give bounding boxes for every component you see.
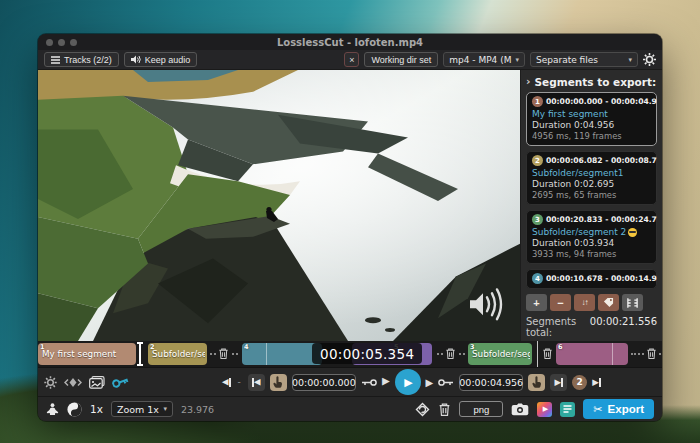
gap-trash-icon[interactable]: [646, 347, 657, 360]
segment-badge: 3: [532, 214, 543, 225]
hand-up-icon: [532, 376, 542, 388]
prev-segment-button[interactable]: ▶: [248, 374, 265, 391]
segment-name-link[interactable]: Subfolder/segment 2: [532, 227, 651, 237]
timeline-segment-2[interactable]: 2 Subfolder/se: [148, 343, 207, 365]
bottom-bar: 1x Zoom 1x ▾ 23.976 png ▶ ✂ Export: [38, 396, 662, 421]
thumbnails-icon[interactable]: [89, 376, 105, 389]
scissors-icon: ✂: [593, 403, 602, 416]
current-segment-badge[interactable]: 2: [572, 375, 587, 390]
advanced-mode-icon[interactable]: [46, 403, 59, 416]
chevron-down-icon: ▾: [515, 56, 519, 64]
collapse-sidebar-icon[interactable]: ›: [526, 75, 531, 88]
jump-end-button[interactable]: ▶: [592, 378, 601, 387]
segment-card-3[interactable]: 3 00:00:20.833 - 00:00:24.767 Subfolder/…: [526, 210, 657, 264]
key-right-icon[interactable]: [438, 378, 454, 387]
segment-card-1[interactable]: 1 00:00:00.000 - 00:00:04.956 My first s…: [526, 92, 657, 146]
gap-trash-icon[interactable]: [445, 347, 456, 360]
capture-format-button[interactable]: png: [459, 401, 503, 417]
gap-dots: [459, 353, 465, 355]
sunglasses-emoji: [628, 228, 637, 237]
cut-end-time-input[interactable]: 00:00:04.956: [459, 374, 523, 391]
timeline-segment-1[interactable]: 1 My first segment: [38, 343, 136, 365]
edit-cursor-line: [537, 341, 538, 367]
keyframe-nav-icon[interactable]: [64, 377, 82, 388]
set-cut-end-button[interactable]: [528, 374, 545, 391]
settings-gear-icon[interactable]: [643, 53, 656, 66]
output-format-select[interactable]: mp4 - MP4 (M ▾: [443, 52, 525, 67]
segment-card-4[interactable]: 4 00:00:10.678 - 00:00:14.933: [526, 269, 657, 289]
notes-icon[interactable]: [560, 402, 575, 417]
timeline[interactable]: 1 My first segment 2 Subfolder/se 4 5 00…: [38, 341, 662, 367]
segments-total: Segments total: 00:00:21.556: [526, 314, 657, 339]
key-icon[interactable]: [111, 374, 130, 389]
gap-dots: [232, 353, 238, 355]
label-segment-icon: [603, 297, 614, 308]
jump-start-button[interactable]: ▶: [222, 378, 231, 387]
working-dir-button[interactable]: Working dir set: [364, 52, 438, 67]
export-button[interactable]: ✂ Export: [583, 399, 654, 419]
cut-start-time-input[interactable]: 00:00:00.000: [292, 374, 356, 391]
sort-segments-button[interactable]: ↓↑: [574, 294, 595, 311]
segment-card-2[interactable]: 2 00:00:06.082 - 00:00:08.778 Subfolder/…: [526, 151, 657, 205]
hamburger-icon: [51, 56, 60, 64]
settings-gear-icon[interactable]: [44, 376, 57, 389]
video-preview[interactable]: [38, 70, 520, 341]
segments-batch-icon: [626, 298, 639, 308]
timecode-dash: -: [238, 377, 241, 387]
segments-sidebar: › Segments to export: 1 00:00:00.000 - 0…: [520, 70, 662, 341]
toolbar: Tracks (2/2) Keep audio × Working dir se…: [38, 50, 662, 70]
trash-icon[interactable]: [438, 402, 451, 417]
video-frame: [38, 70, 520, 341]
segments-list: 1 00:00:00.000 - 00:00:04.956 My first s…: [526, 92, 657, 291]
clear-working-dir-button[interactable]: ×: [344, 52, 359, 67]
gap-dots: [659, 353, 662, 355]
set-cut-start-button[interactable]: [270, 374, 287, 391]
play-icon: ▶: [404, 376, 412, 389]
segment-name-link[interactable]: Subfolder/segment1: [532, 168, 651, 178]
rotate-icon[interactable]: [415, 402, 430, 417]
gap-trash-icon[interactable]: [542, 347, 553, 360]
step-forward-button[interactable]: ▶: [426, 377, 434, 388]
add-segment-button[interactable]: +: [526, 294, 547, 311]
segment-name-link[interactable]: My first segment: [532, 109, 651, 119]
segments-batch-button[interactable]: [622, 294, 643, 311]
gap-dots: [631, 353, 644, 355]
timeline-zoom-select[interactable]: Zoom 1x ▾: [111, 401, 173, 417]
segment-badge: 1: [532, 96, 543, 107]
chevron-down-icon: ▾: [163, 405, 167, 413]
step-back-button[interactable]: ◀: [382, 377, 390, 388]
timeline-segment-4[interactable]: 4: [242, 343, 322, 365]
export-mode-select[interactable]: Separate files ▾: [530, 52, 638, 67]
next-segment-button[interactable]: ▶: [550, 374, 567, 391]
playback-rate[interactable]: 1x: [90, 403, 103, 415]
main-area: › Segments to export: 1 00:00:00.000 - 0…: [38, 70, 662, 341]
window-title: LosslessCut - lofoten.mp4: [38, 37, 662, 48]
yin-yang-icon[interactable]: [67, 402, 82, 417]
segments-header: › Segments to export:: [526, 75, 657, 88]
remove-segment-icon: −: [557, 297, 563, 309]
timeline-segment-3[interactable]: 3 Subfolder/segmer: [468, 343, 532, 365]
hand-up-icon: [273, 376, 283, 388]
playhead-marker[interactable]: [139, 342, 141, 366]
losslesscut-window: LosslessCut - lofoten.mp4 Tracks (2/2) K…: [38, 34, 662, 421]
sort-segments-icon: ↓↑: [582, 298, 588, 307]
segment-badge: 4: [532, 273, 543, 284]
keep-audio-button[interactable]: Keep audio: [124, 52, 198, 67]
tracks-button[interactable]: Tracks (2/2): [44, 52, 119, 67]
remove-segment-button[interactable]: −: [550, 294, 571, 311]
camera-icon[interactable]: [511, 403, 529, 416]
current-time-display: 00:00:05.354: [312, 343, 422, 364]
gap-trash-icon[interactable]: [218, 347, 229, 360]
play-button[interactable]: ▶: [395, 369, 421, 395]
segment-actions: + − ↓↑: [526, 291, 657, 314]
add-segment-icon: +: [533, 297, 539, 309]
gap-dots: [437, 353, 443, 355]
transport-bar: ▶ - ▶ 00:00:00.000 ◀ ▶ ▶ 00:00:04.956: [38, 367, 662, 396]
preview-thumbnail-icon[interactable]: ▶: [537, 402, 552, 417]
speaker-icon: [131, 55, 141, 64]
titlebar: LosslessCut - lofoten.mp4: [38, 34, 662, 50]
label-segment-button[interactable]: [598, 294, 619, 311]
gap-dots: [210, 353, 216, 355]
timeline-segment-6[interactable]: 6: [556, 343, 628, 365]
key-left-icon[interactable]: [361, 378, 377, 387]
